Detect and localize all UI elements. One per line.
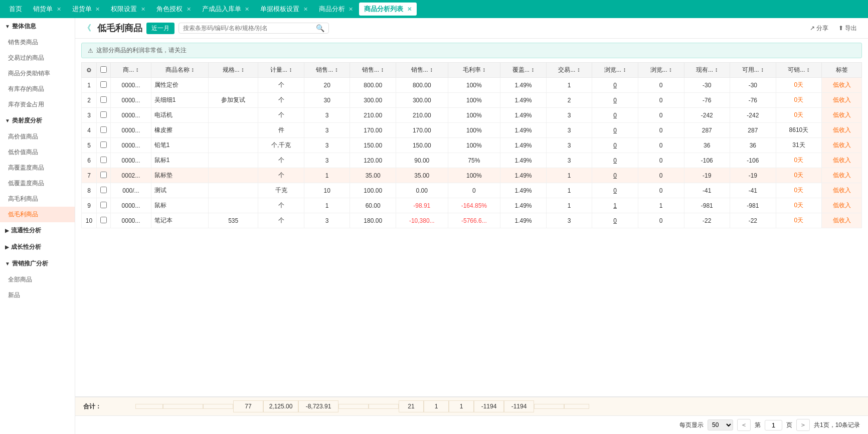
cell-browse1[interactable]: 0 (592, 138, 638, 153)
cell-check[interactable] (97, 123, 111, 138)
col-header-settings[interactable]: ⚙ (82, 63, 97, 78)
cell-check[interactable] (97, 213, 111, 228)
prev-page-btn[interactable]: ＜ (737, 419, 751, 431)
row-checkbox[interactable] (100, 157, 107, 163)
search-input[interactable] (183, 25, 316, 32)
nav-goods-analysis-list[interactable]: 商品分析列表 ✕ (359, 3, 417, 16)
sidebar-item-high-margin[interactable]: 高毛利商品 (0, 191, 75, 207)
col-header-unit[interactable]: 计量... ↕ (258, 63, 304, 78)
nav-home[interactable]: 首页 (4, 3, 27, 16)
cell-unit: 个 (258, 213, 304, 228)
page-size-select[interactable]: 50 100 200 (708, 419, 733, 430)
col-header-tag[interactable]: 标签 (822, 63, 862, 78)
page-size-label: 每页显示 (679, 421, 704, 429)
col-header-trade[interactable]: 交易... ↕ (546, 63, 592, 78)
nav-goods-analysis[interactable]: 商品分析 ✕ (314, 3, 359, 16)
nav-goods-analysis-list-close[interactable]: ✕ (407, 6, 412, 12)
cell-check[interactable] (97, 138, 111, 153)
sidebar-item-new-goods[interactable]: 新品 (0, 287, 75, 303)
cell-trade: 3 (546, 138, 592, 153)
col-header-available[interactable]: 可用... ↕ (730, 63, 776, 78)
nav-permissions-close[interactable]: ✕ (141, 6, 145, 12)
share-btn[interactable]: ↗ 分享 (807, 23, 831, 34)
sidebar-group-circulation[interactable]: ▶ 流通性分析 (0, 222, 75, 239)
sidebar-item-all-goods[interactable]: 全部商品 (0, 272, 75, 287)
col-header-check[interactable] (97, 63, 111, 78)
next-page-btn[interactable]: ＞ (796, 419, 810, 431)
cell-check[interactable] (97, 93, 111, 108)
select-all-checkbox[interactable] (100, 66, 107, 73)
nav-roles-close[interactable]: ✕ (187, 6, 191, 12)
sidebar-item-stock-capital[interactable]: 库存资金占用 (0, 97, 75, 112)
cell-browse1[interactable]: 0 (592, 108, 638, 123)
nav-templates-close[interactable]: ✕ (303, 6, 308, 12)
total-browse2: 1 (449, 400, 474, 412)
row-checkbox[interactable] (100, 141, 107, 148)
cell-check[interactable] (97, 183, 111, 198)
collapse-sidebar-btn[interactable]: 《 (83, 23, 91, 34)
nav-permissions[interactable]: 权限设置 ✕ (106, 3, 150, 16)
cell-check[interactable] (97, 108, 111, 123)
table-row: 1 0000... 属性定价 个 20 800.00 800.00 100% 1… (82, 78, 862, 93)
cell-browse1[interactable]: 0 (592, 213, 638, 228)
row-checkbox[interactable] (100, 126, 107, 133)
row-checkbox[interactable] (100, 217, 107, 223)
nav-roles[interactable]: 角色授权 ✕ (151, 3, 196, 16)
sidebar-item-in-stock[interactable]: 有库存的商品 (0, 81, 75, 97)
cell-browse1[interactable]: 0 (592, 168, 638, 183)
cell-sales-profit: 210.00 (396, 108, 448, 123)
nav-purchase[interactable]: 进货单 ✕ (67, 3, 105, 16)
row-checkbox[interactable] (100, 81, 107, 88)
nav-sales[interactable]: 销货单 ✕ (28, 3, 66, 16)
col-header-browse1[interactable]: 浏览... ↕ (592, 63, 638, 78)
row-checkbox[interactable] (100, 172, 107, 178)
sidebar-group-overall[interactable]: ▼ 整体信息 (0, 18, 75, 35)
export-btn[interactable]: ⬆ 导出 (835, 23, 860, 34)
sidebar-item-category-rate[interactable]: 商品分类助销率 (0, 66, 75, 81)
nav-stock-close[interactable]: ✕ (245, 6, 249, 12)
nav-purchase-close[interactable]: ✕ (95, 6, 100, 12)
sidebar-group-marketing[interactable]: ▼ 营销推广分析 (0, 255, 75, 272)
col-header-browse2[interactable]: 浏览... ↕ (638, 63, 684, 78)
nav-templates[interactable]: 单据模板设置 ✕ (255, 3, 313, 16)
col-header-code[interactable]: 商... ↕ (111, 63, 151, 78)
col-header-coverage[interactable]: 覆盖... ↕ (500, 63, 547, 78)
sidebar-item-low-coverage[interactable]: 低覆盖度商品 (0, 176, 75, 191)
cell-browse1[interactable]: 0 (592, 183, 638, 198)
col-header-gross-margin[interactable]: 毛利率 ↕ (448, 63, 500, 78)
row-checkbox[interactable] (100, 202, 107, 208)
sidebar-item-high-coverage[interactable]: 高覆盖度商品 (0, 160, 75, 176)
cell-check[interactable] (97, 198, 111, 213)
sidebar-item-traded-goods[interactable]: 交易过的商品 (0, 50, 75, 66)
sidebar-item-low-margin[interactable]: 低毛利商品 (0, 207, 75, 222)
col-header-current[interactable]: 现有... ↕ (684, 63, 730, 78)
cell-browse1[interactable]: 0 (592, 123, 638, 138)
cell-browse1[interactable]: 0 (592, 78, 638, 93)
footer-totals: 合计： 77 2,125.00 -8,723.91 21 1 1 -1194 -… (75, 396, 868, 415)
page-number-input[interactable] (765, 420, 782, 430)
nav-stock-in[interactable]: 产成品入库单 ✕ (197, 3, 255, 16)
cell-browse1[interactable]: 1 (592, 198, 638, 213)
cell-check[interactable] (97, 153, 111, 168)
sidebar-group-category-analysis[interactable]: ▼ 类射度分析 (0, 112, 75, 129)
col-header-name[interactable]: 商品名称 ↕ (151, 63, 208, 78)
col-header-sales-profit[interactable]: 销售... ↕ (396, 63, 448, 78)
cell-check[interactable] (97, 168, 111, 183)
filter-recent-month-btn[interactable]: 近一月 (146, 23, 175, 34)
col-header-spec[interactable]: 规格... ↕ (209, 63, 258, 78)
sidebar-group-growth[interactable]: ▶ 成长性分析 (0, 239, 75, 255)
sidebar-item-low-value[interactable]: 低价值商品 (0, 144, 75, 160)
col-header-sellable[interactable]: 可销... ↕ (776, 63, 822, 78)
col-header-sales-amount[interactable]: 销售... ↕ (350, 63, 396, 78)
row-checkbox[interactable] (100, 187, 107, 193)
cell-check[interactable] (97, 78, 111, 93)
cell-browse1[interactable]: 0 (592, 153, 638, 168)
row-checkbox[interactable] (100, 111, 107, 118)
cell-browse1[interactable]: 0 (592, 93, 638, 108)
sidebar-item-sales-goods[interactable]: 销售类商品 (0, 35, 75, 50)
row-checkbox[interactable] (100, 96, 107, 103)
sidebar-item-high-value[interactable]: 高价值商品 (0, 129, 75, 144)
col-header-sales-count[interactable]: 销售... ↕ (304, 63, 350, 78)
nav-sales-close[interactable]: ✕ (57, 6, 61, 12)
nav-goods-analysis-close[interactable]: ✕ (349, 6, 353, 12)
